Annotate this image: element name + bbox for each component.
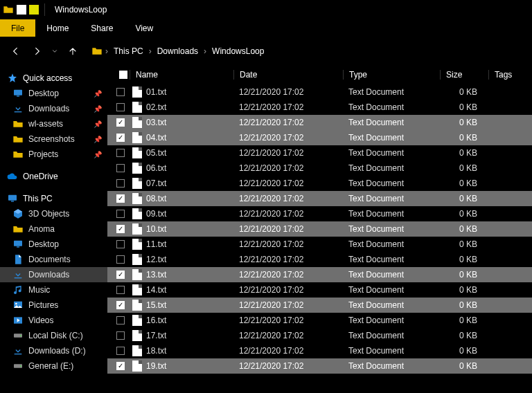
table-row[interactable]: 09.txt12/21/2020 17:02Text Document0 KB [107, 206, 532, 221]
tab-share[interactable]: Share [80, 19, 124, 37]
file-date: 12/21/2020 17:02 [233, 285, 343, 295]
tab-home[interactable]: Home [35, 19, 80, 37]
table-row[interactable]: 01.txt12/21/2020 17:02Text Document0 KB [107, 84, 532, 100]
file-size: 0 KB [440, 209, 488, 219]
row-checkbox[interactable]: ✓ [112, 194, 130, 203]
folder-icon [12, 103, 24, 114]
recent-dropdown[interactable] [50, 44, 60, 59]
row-checkbox[interactable] [112, 316, 130, 325]
sidebar-item[interactable]: Screenshots📌 [0, 131, 107, 147]
sidebar-item[interactable]: Projects📌 [0, 147, 107, 162]
table-row[interactable]: ✓15.txt12/21/2020 17:02Text Document0 KB [107, 298, 532, 313]
row-checkbox[interactable] [112, 240, 130, 248]
back-button[interactable] [8, 44, 24, 59]
sidebar-item[interactable]: Local Disk (C:) [0, 328, 107, 343]
sidebar-item[interactable]: 3D Objects [0, 206, 107, 221]
sidebar-item[interactable]: Downloads (D:) [0, 343, 107, 358]
sidebar-thispc[interactable]: This PC [0, 191, 107, 206]
sidebar-item-label: This PC [23, 194, 53, 203]
row-checkbox[interactable] [112, 255, 130, 264]
table-row[interactable]: ✓03.txt12/21/2020 17:02Text Document0 KB [107, 115, 532, 130]
row-checkbox[interactable] [112, 347, 130, 355]
folder-icon [12, 88, 24, 99]
table-row[interactable]: 12.txt12/21/2020 17:02Text Document0 KB [107, 252, 532, 267]
tab-file[interactable]: File [0, 19, 35, 37]
file-size: 0 KB [440, 300, 488, 310]
row-checkbox[interactable] [112, 88, 130, 96]
file-icon [132, 269, 142, 280]
row-checkbox[interactable] [112, 286, 130, 294]
table-row[interactable]: ✓08.txt12/21/2020 17:02Text Document0 KB [107, 191, 532, 206]
file-icon [132, 284, 142, 295]
column-date[interactable]: Date [233, 70, 343, 80]
row-checkbox[interactable]: ✓ [112, 225, 130, 233]
table-row[interactable]: 02.txt12/21/2020 17:02Text Document0 KB [107, 100, 532, 115]
qat-box-1[interactable] [17, 5, 26, 15]
item-icon [12, 330, 24, 341]
file-icon [132, 239, 142, 250]
table-row[interactable]: ✓13.txt12/21/2020 17:02Text Document0 KB [107, 267, 532, 282]
qat-box-2[interactable] [29, 5, 39, 15]
sidebar-item[interactable]: Pictures [0, 298, 107, 313]
table-row[interactable]: 07.txt12/21/2020 17:02Text Document0 KB [107, 176, 532, 191]
select-all-checkbox[interactable] [112, 71, 130, 79]
table-row[interactable]: ✓04.txt12/21/2020 17:02Text Document0 KB [107, 130, 532, 145]
file-date: 12/21/2020 17:02 [233, 148, 343, 158]
file-name: 06.txt [146, 163, 166, 173]
column-tags[interactable]: Tags [488, 70, 530, 80]
sidebar-item[interactable]: General (E:) [0, 358, 107, 374]
row-checkbox[interactable]: ✓ [112, 301, 130, 309]
sidebar-item[interactable]: Desktop📌 [0, 86, 107, 101]
table-row[interactable]: ✓19.txt12/21/2020 17:02Text Document0 KB [107, 358, 532, 374]
forward-button[interactable] [29, 44, 44, 59]
row-checkbox[interactable] [112, 164, 130, 172]
sidebar-item[interactable]: Music [0, 282, 107, 298]
row-checkbox[interactable]: ✓ [112, 271, 130, 279]
file-name: 10.txt [146, 224, 166, 234]
file-size: 0 KB [440, 179, 488, 188]
file-type: Text Document [343, 270, 440, 280]
row-checkbox[interactable] [112, 179, 130, 188]
table-row[interactable]: 14.txt12/21/2020 17:02Text Document0 KB [107, 282, 532, 298]
breadcrumb-thispc[interactable]: This PC [111, 45, 146, 57]
tab-view[interactable]: View [124, 19, 164, 37]
sidebar-item[interactable]: Downloads [0, 267, 107, 282]
table-row[interactable]: 18.txt12/21/2020 17:02Text Document0 KB [107, 343, 532, 358]
sidebar-onedrive[interactable]: OneDrive [0, 169, 107, 184]
file-date: 12/21/2020 17:02 [233, 194, 343, 203]
sidebar-item[interactable]: Videos [0, 313, 107, 328]
column-size[interactable]: Size [440, 70, 488, 80]
table-row[interactable]: 17.txt12/21/2020 17:02Text Document0 KB [107, 328, 532, 343]
file-size: 0 KB [440, 102, 488, 112]
row-checkbox[interactable] [112, 103, 130, 111]
file-date: 12/21/2020 17:02 [233, 346, 343, 356]
breadcrumb-current[interactable]: WindowsLoop [209, 45, 267, 57]
table-row[interactable]: 06.txt12/21/2020 17:02Text Document0 KB [107, 161, 532, 176]
row-checkbox[interactable]: ✓ [112, 362, 130, 370]
row-checkbox[interactable]: ✓ [112, 134, 130, 142]
sidebar-item[interactable]: Desktop [0, 237, 107, 252]
row-checkbox[interactable] [112, 210, 130, 218]
sidebar-item[interactable]: Anoma [0, 221, 107, 237]
breadcrumb-downloads[interactable]: Downloads [154, 45, 201, 57]
file-icon [132, 117, 142, 128]
sidebar-quick-access[interactable]: Quick access [0, 71, 107, 86]
item-icon [12, 223, 24, 235]
row-checkbox[interactable] [112, 149, 130, 157]
sidebar-item[interactable]: Downloads📌 [0, 101, 107, 116]
file-date: 12/21/2020 17:02 [233, 224, 343, 234]
column-name[interactable]: Name [130, 70, 233, 80]
sidebar-item[interactable]: Documents [0, 252, 107, 267]
file-list: Name Date Type Size Tags 01.txt12/21/202… [107, 65, 532, 393]
row-checkbox[interactable]: ✓ [112, 118, 130, 127]
sidebar-item[interactable]: wl-assets📌 [0, 116, 107, 131]
item-icon [12, 254, 24, 265]
column-type[interactable]: Type [343, 70, 440, 80]
row-checkbox[interactable] [112, 331, 130, 340]
table-row[interactable]: 16.txt12/21/2020 17:02Text Document0 KB [107, 313, 532, 328]
table-row[interactable]: ✓10.txt12/21/2020 17:02Text Document0 KB [107, 221, 532, 237]
table-row[interactable]: 05.txt12/21/2020 17:02Text Document0 KB [107, 145, 532, 161]
table-row[interactable]: 11.txt12/21/2020 17:02Text Document0 KB [107, 237, 532, 252]
item-icon [12, 360, 24, 372]
up-button[interactable] [65, 44, 80, 59]
